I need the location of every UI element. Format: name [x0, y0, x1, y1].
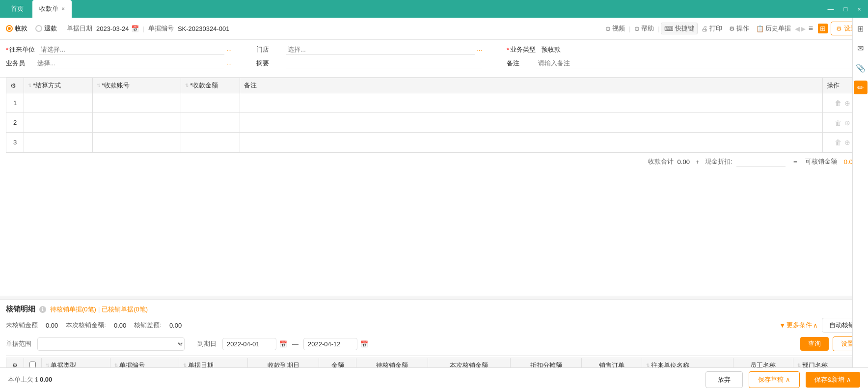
row2-settlement[interactable] — [24, 113, 93, 133]
row2-amount[interactable] — [181, 113, 240, 133]
equals-sign: = — [793, 158, 797, 166]
operate-btn[interactable]: ⚙ 操作 — [726, 23, 752, 34]
save-draft-btn[interactable]: 保存草稿 ∧ — [749, 371, 800, 388]
main-container: 收款 退款 单据日期 2023-03-24 📅 | 单据编号 SK-202303… — [0, 18, 868, 391]
due-date-label: 到期日 — [197, 339, 217, 348]
radio-refund[interactable]: 退款 — [35, 24, 57, 33]
tab-close-btn[interactable]: × — [61, 5, 65, 12]
win-min-btn[interactable]: — — [825, 4, 837, 14]
discount-label: 现金折扣: — [705, 157, 732, 166]
company-input[interactable] — [39, 45, 224, 55]
filter-row: 单据范围 ∨ 到期日 📅 — 📅 查询 设置 — [6, 333, 862, 356]
help-icon: ⊙ — [634, 25, 640, 32]
more-filters-btn[interactable]: ▼ 更多条件 ∧ — [779, 321, 818, 330]
row1-remark[interactable] — [240, 93, 823, 113]
row3-account[interactable] — [93, 133, 181, 152]
number-label: 单据编号 — [148, 24, 174, 33]
radio-collect[interactable]: 收款 — [6, 24, 27, 33]
diff-value: 0.00 — [169, 322, 182, 329]
store-dots[interactable]: ··· — [477, 46, 482, 54]
completed-tab-link[interactable]: 已核销单据(0笔) — [102, 305, 148, 314]
th-settings[interactable]: ⚙ — [6, 78, 24, 93]
company-dots[interactable]: ··· — [226, 46, 232, 54]
range-select[interactable] — [37, 337, 185, 351]
row2-delete-icon[interactable]: 🗑 — [835, 119, 841, 127]
row3-amount[interactable] — [181, 133, 240, 152]
tab-home[interactable]: 首页 — [4, 0, 30, 18]
calendar-icon[interactable]: 📅 — [131, 25, 139, 32]
discount-input[interactable] — [736, 157, 786, 167]
date-from-input[interactable] — [222, 338, 276, 350]
store-input[interactable] — [286, 45, 475, 55]
history-btn[interactable]: 📋 历史单据 — [753, 23, 794, 34]
tab-bar: 首页 收款单 × — □ × — [0, 0, 868, 18]
verif-stats-row: 未核销金额 0.00 本次核销金额: 0.00 核销差额: 0.00 ▼ 更多条… — [6, 318, 862, 333]
nav-right-btn[interactable]: ▶ — [801, 25, 806, 32]
row2-account[interactable] — [93, 113, 181, 133]
row1-amount[interactable] — [181, 93, 240, 113]
table-area: ⚙ ⇅ *结算方式 ⇅ *收款账号 — [0, 78, 868, 296]
current-label: 本次核销金额: — [66, 321, 106, 330]
save-new-btn[interactable]: 保存&新增 ∧ — [806, 372, 860, 388]
abandon-btn[interactable]: 放弃 — [705, 371, 743, 388]
row3-settlement[interactable] — [24, 133, 93, 152]
row1-copy-icon[interactable]: ⊕ — [844, 99, 850, 107]
date-value: 2023-03-24 — [96, 25, 129, 32]
tab-links: 待核销单据(0笔) | 已核销单据(0笔) — [50, 305, 148, 314]
operate-label: 操作 — [736, 24, 749, 33]
shortcut-btn[interactable]: ⌨ 快捷键 — [661, 23, 698, 34]
video-icon: ⊙ — [605, 25, 611, 32]
radio-collect-label: 收款 — [15, 24, 27, 33]
company-field: * 往来单位 ··· — [6, 45, 232, 55]
side-edit-icon[interactable]: ✏ — [854, 81, 868, 94]
th-amount: ⇅ *收款金额 — [181, 78, 240, 93]
table-row: 1 🗑 ⊕ — [6, 93, 862, 113]
calendar-to-icon[interactable]: 📅 — [360, 340, 368, 348]
settings-gear-icon: ⚙ — [836, 25, 842, 32]
company-label: 往来单位 — [9, 45, 39, 54]
help-btn[interactable]: ⊙ 帮助 — [631, 23, 657, 34]
side-table-icon[interactable]: ⊞ — [854, 22, 868, 35]
row1-delete-icon[interactable]: 🗑 — [835, 99, 841, 107]
row3-copy-icon[interactable]: ⊕ — [844, 139, 850, 146]
form-row-1: * 往来单位 ··· 门店 ··· * 业务类型 预收款 ∨ — [6, 45, 862, 55]
date-to-input[interactable] — [303, 338, 357, 350]
summary-input[interactable] — [286, 58, 482, 68]
row2-remark[interactable] — [240, 113, 823, 133]
side-email-icon[interactable]: ✉ — [854, 41, 868, 55]
more-filters-label: 更多条件 — [787, 321, 812, 330]
radio-refund-dot — [35, 25, 42, 32]
th-settlement: ⇅ *结算方式 — [24, 78, 93, 93]
row3-delete-icon[interactable]: 🗑 — [835, 139, 841, 146]
query-btn[interactable]: 查询 — [800, 337, 829, 351]
th-remark: 备注 — [240, 78, 823, 93]
grid-icon[interactable]: ⊞ — [818, 24, 828, 33]
nav-left-btn[interactable]: ◀ — [795, 25, 800, 32]
salesperson-dots[interactable]: ··· — [226, 60, 232, 67]
section-title: 核销明细 ℹ 待核销单据(0笔) | 已核销单据(0笔) — [6, 305, 862, 314]
row3-remark[interactable] — [240, 133, 823, 152]
row1-settlement[interactable] — [24, 93, 93, 113]
section-info-icon[interactable]: ℹ — [39, 306, 46, 313]
business-type-field: * 业务类型 预收款 ∨ — [507, 45, 862, 54]
row1-account[interactable] — [93, 93, 181, 113]
company-required: * — [6, 46, 8, 54]
nav-arrows: ◀ ▶ — [795, 25, 806, 32]
tab-active[interactable]: 收款单 × — [32, 0, 72, 18]
remark-input[interactable] — [536, 58, 862, 68]
video-btn[interactable]: ⊙ 视频 — [602, 23, 628, 34]
top-toolbar: 收款 退款 单据日期 2023-03-24 📅 | 单据编号 SK-202303… — [0, 18, 868, 40]
win-max-btn[interactable]: □ — [841, 4, 851, 14]
sort-up-icon3: ⇅ — [185, 83, 189, 88]
pending-tab-link[interactable]: 待核销单据(0笔) — [50, 305, 96, 314]
summary-field: 摘要 — [256, 58, 482, 68]
list-icon[interactable]: ≡ — [809, 24, 813, 33]
side-clip-icon[interactable]: 📎 — [854, 61, 868, 75]
row2-copy-icon[interactable]: ⊕ — [844, 119, 850, 127]
calendar-from-icon[interactable]: 📅 — [279, 340, 287, 348]
table-row: 2 🗑 ⊕ — [6, 113, 862, 133]
salesperson-input[interactable] — [35, 58, 224, 68]
win-close-btn[interactable]: × — [854, 4, 864, 14]
current-value: 0.00 — [114, 322, 126, 329]
print-btn[interactable]: 🖨 打印 — [699, 23, 725, 34]
